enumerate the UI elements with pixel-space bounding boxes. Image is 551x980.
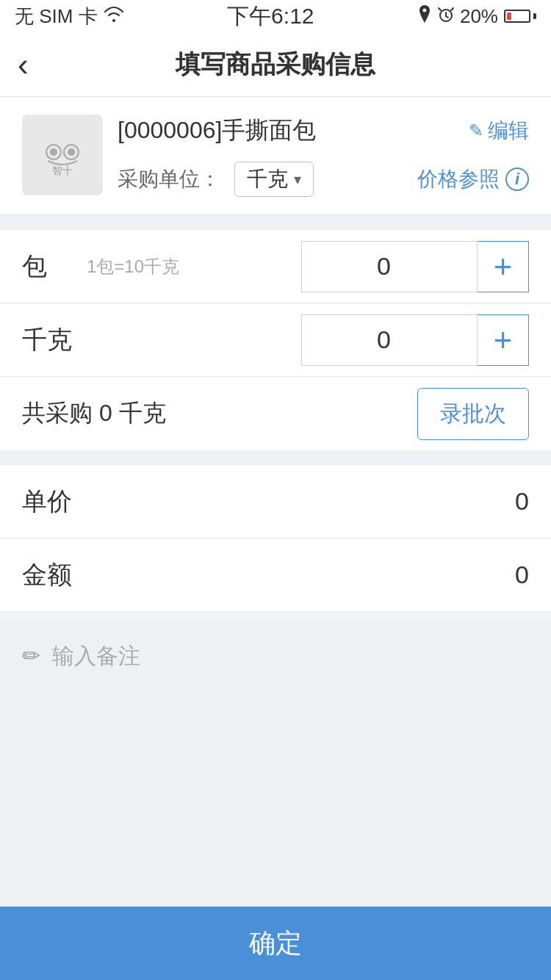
- unit-row: 采购单位： 千克 ▾ 价格参照 i: [118, 162, 529, 197]
- product-info: [0000006]手撕面包 ✎ 编辑 采购单位： 千克 ▾ 价格参照 i: [118, 115, 529, 197]
- back-button[interactable]: ‹: [18, 48, 29, 81]
- amount-row: 金额 0: [0, 538, 551, 612]
- bao-input-wrapper: +: [301, 241, 529, 292]
- kg-input[interactable]: [301, 314, 478, 366]
- unit-price-row: 单价 0: [0, 465, 551, 538]
- svg-text:智十: 智十: [52, 165, 73, 176]
- remark-placeholder: 输入备注: [52, 641, 140, 671]
- total-label: 共采购: [22, 400, 93, 426]
- pencil-icon: ✏: [22, 643, 40, 669]
- section-divider-1: [0, 215, 551, 230]
- unit-label-group: 采购单位： 千克 ▾: [118, 162, 314, 197]
- unit-price-value: 0: [515, 487, 529, 516]
- chevron-down-icon: ▾: [294, 170, 301, 188]
- bao-input[interactable]: [301, 241, 478, 292]
- battery-percent: 20%: [460, 5, 498, 28]
- remark-section[interactable]: ✏ 输入备注: [0, 624, 551, 756]
- bao-plus-button[interactable]: +: [478, 241, 529, 292]
- section-divider-2: [0, 450, 551, 465]
- edit-button[interactable]: ✎ 编辑: [469, 117, 529, 145]
- total-unit: 千克: [119, 400, 166, 426]
- amount-value: 0: [515, 561, 529, 589]
- price-section: 单价 0 金额 0: [0, 465, 551, 612]
- info-icon: i: [505, 167, 529, 191]
- total-value: 0: [99, 400, 112, 426]
- bao-label: 包: [22, 250, 81, 284]
- product-name: [0000006]手撕面包: [118, 115, 316, 147]
- nav-bar: ‹ 填写商品采购信息: [0, 32, 551, 97]
- status-time: 下午6:12: [227, 1, 314, 32]
- product-card: 智十 [0000006]手撕面包 ✎ 编辑 采购单位： 千克 ▾: [0, 97, 551, 215]
- unit-price-label: 单价: [22, 485, 72, 519]
- battery-icon: [504, 10, 536, 23]
- input-section: 包 1包=10千克 + 千克 +: [0, 230, 551, 377]
- unit-select[interactable]: 千克 ▾: [234, 162, 314, 197]
- status-left: 无 SIM 卡: [15, 4, 124, 29]
- unit-value: 千克: [247, 165, 288, 193]
- kg-input-wrapper: +: [301, 314, 529, 366]
- price-ref-label: 价格参照: [417, 165, 500, 193]
- svg-point-6: [68, 148, 75, 156]
- edit-label: 编辑: [488, 117, 529, 145]
- edit-icon: ✎: [469, 120, 483, 141]
- kg-row: 千克 +: [0, 303, 551, 377]
- amount-label: 金额: [22, 558, 72, 592]
- page-title: 填写商品采购信息: [176, 48, 375, 82]
- svg-point-5: [50, 148, 57, 156]
- bao-row: 包 1包=10千克 +: [0, 230, 551, 303]
- status-bar: 无 SIM 卡 下午6:12 20%: [0, 0, 551, 32]
- location-icon: [417, 5, 432, 28]
- bao-hint: 1包=10千克: [87, 255, 301, 278]
- main-content: 智十 [0000006]手撕面包 ✎ 编辑 采购单位： 千克 ▾: [0, 97, 551, 980]
- total-text: 共采购 0 千克: [22, 397, 166, 430]
- kg-label: 千克: [22, 323, 81, 357]
- alarm-icon: [438, 5, 454, 28]
- no-sim-label: 无 SIM 卡: [15, 4, 98, 29]
- kg-plus-button[interactable]: +: [478, 314, 529, 366]
- record-batch-button[interactable]: 录批次: [417, 388, 529, 440]
- wifi-icon: [104, 6, 124, 26]
- total-row: 共采购 0 千克 录批次: [0, 377, 551, 450]
- svg-line-2: [446, 16, 448, 18]
- price-ref-button[interactable]: 价格参照 i: [417, 165, 529, 193]
- product-name-row: [0000006]手撕面包 ✎ 编辑: [118, 115, 529, 147]
- confirm-button[interactable]: 确定: [249, 926, 302, 962]
- bottom-bar: 确定: [0, 907, 551, 980]
- status-right: 20%: [417, 5, 536, 28]
- unit-label: 采购单位：: [118, 167, 220, 190]
- product-image: 智十: [22, 115, 103, 195]
